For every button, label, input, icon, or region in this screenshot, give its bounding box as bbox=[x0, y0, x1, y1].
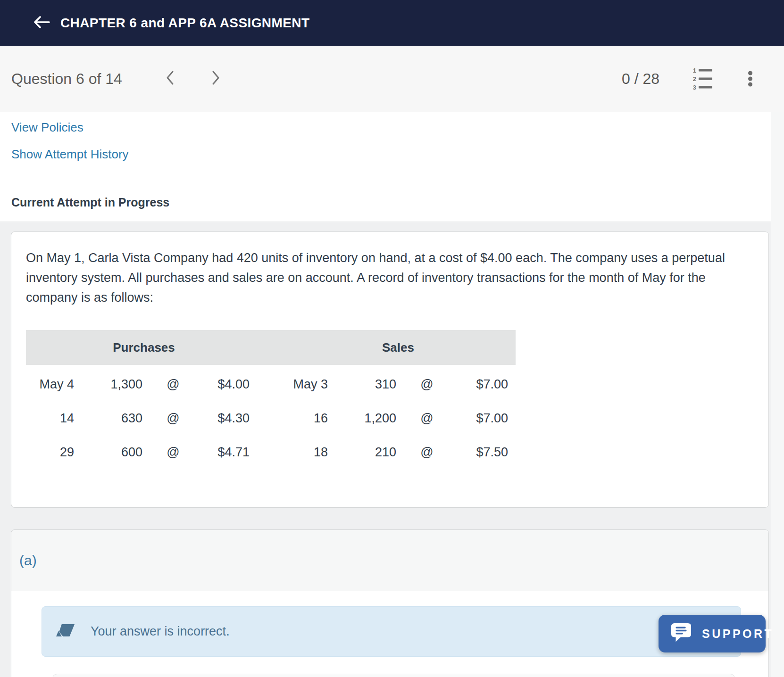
sale-price: $7.00 bbox=[458, 411, 508, 426]
table-header-band: Purchases Sales bbox=[26, 330, 516, 365]
table-rows: May 4 1,300 @ $4.00 May 3 310 @ $7.00 14… bbox=[26, 365, 516, 469]
purchase-qty: 600 bbox=[74, 445, 142, 460]
purchase-date: 29 bbox=[26, 445, 74, 460]
current-attempt-heading: Current Attempt in Progress bbox=[11, 196, 771, 209]
sale-price: $7.00 bbox=[458, 377, 508, 392]
back-arrow-icon bbox=[33, 15, 50, 31]
question-position-label: Question 6 of 14 bbox=[11, 70, 122, 88]
attempt-panel: View Policies Show Attempt History Curre… bbox=[0, 112, 771, 222]
part-a-label: (a) bbox=[19, 553, 37, 569]
chevron-right-icon bbox=[210, 70, 221, 88]
feedback-text: Your answer is incorrect. bbox=[91, 624, 230, 639]
more-options-icon[interactable] bbox=[746, 69, 754, 89]
purchases-header: Purchases bbox=[113, 340, 175, 355]
at-symbol: @ bbox=[396, 445, 458, 460]
score-display: 0 / 28 bbox=[622, 70, 659, 88]
sale-qty: 210 bbox=[328, 445, 396, 460]
inventory-row: 29 600 @ $4.71 18 210 @ $7.50 bbox=[26, 435, 516, 469]
back-button[interactable] bbox=[32, 16, 51, 31]
incorrect-answer-alert: Your answer is incorrect. bbox=[42, 606, 741, 657]
chat-bubble-icon bbox=[670, 622, 692, 645]
inventory-row: 14 630 @ $4.30 16 1,200 @ $7.00 bbox=[26, 401, 516, 435]
sale-date: 18 bbox=[250, 445, 328, 460]
question-toolbar: Question 6 of 14 0 / 28 1 2 3 bbox=[0, 46, 784, 112]
show-attempt-history-link[interactable]: Show Attempt History bbox=[11, 147, 129, 162]
chevron-left-icon bbox=[165, 70, 175, 88]
main-content: View Policies Show Attempt History Curre… bbox=[0, 112, 771, 677]
at-symbol: @ bbox=[142, 377, 204, 392]
purchase-qty: 630 bbox=[74, 411, 142, 426]
purchase-price: $4.30 bbox=[204, 411, 250, 426]
purchase-qty: 1,300 bbox=[74, 377, 142, 392]
at-symbol: @ bbox=[142, 445, 204, 460]
question-card: On May 1, Carla Vista Company had 420 un… bbox=[11, 231, 769, 508]
top-navigation-bar: CHAPTER 6 and APP 6A ASSIGNMENT bbox=[0, 0, 784, 46]
view-policies-link[interactable]: View Policies bbox=[11, 120, 83, 135]
sales-header: Sales bbox=[382, 340, 414, 355]
assignment-title: CHAPTER 6 and APP 6A ASSIGNMENT bbox=[60, 16, 309, 31]
assignment-page: CHAPTER 6 and APP 6A ASSIGNMENT Question… bbox=[0, 0, 784, 677]
eraser-icon bbox=[56, 623, 75, 640]
part-a-card: (a) Your answer is incorrect. bbox=[11, 529, 769, 677]
sale-qty: 1,200 bbox=[328, 411, 396, 426]
sale-qty: 310 bbox=[328, 377, 396, 392]
sale-date: May 3 bbox=[250, 377, 328, 392]
purchase-price: $4.71 bbox=[204, 445, 250, 460]
purchase-date: 14 bbox=[26, 411, 74, 426]
sale-date: 16 bbox=[250, 411, 328, 426]
part-a-header: (a) bbox=[11, 530, 768, 591]
next-question-button[interactable] bbox=[209, 70, 222, 87]
at-symbol: @ bbox=[396, 377, 458, 392]
at-symbol: @ bbox=[396, 411, 458, 426]
inventory-row: May 4 1,300 @ $4.00 May 3 310 @ $7.00 bbox=[26, 367, 516, 401]
inventory-transactions-table: Purchases Sales May 4 1,300 @ $4.00 May … bbox=[26, 330, 516, 469]
purchase-date: May 4 bbox=[26, 377, 74, 392]
scrollbar-gutter[interactable] bbox=[771, 112, 784, 677]
support-button[interactable]: SUPPORT bbox=[659, 615, 766, 652]
question-list-icon[interactable]: 1 2 3 bbox=[692, 67, 712, 91]
purchase-price: $4.00 bbox=[204, 377, 250, 392]
previous-question-button[interactable] bbox=[164, 70, 176, 87]
sale-price: $7.50 bbox=[458, 445, 508, 460]
next-section-peek bbox=[52, 674, 735, 677]
support-label: SUPPORT bbox=[702, 627, 774, 641]
question-text: On May 1, Carla Vista Company had 420 un… bbox=[26, 248, 731, 307]
at-symbol: @ bbox=[142, 411, 204, 426]
